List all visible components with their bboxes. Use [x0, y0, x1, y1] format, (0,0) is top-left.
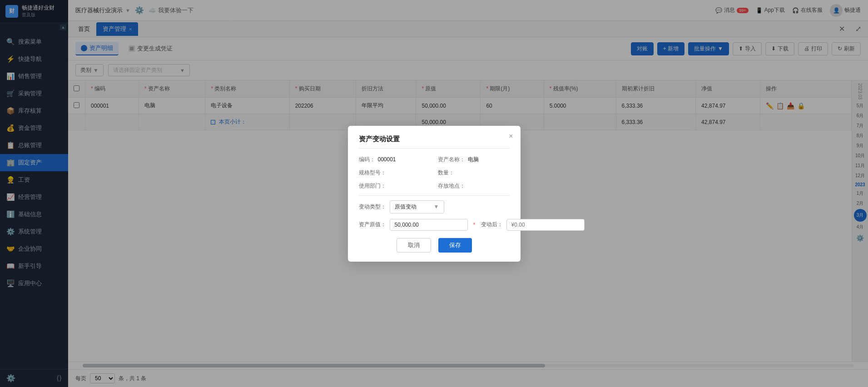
modal-value-row: 资产原值： * 变动后： [359, 219, 510, 231]
modal-overlay[interactable]: 资产变动设置 × 编码： 000001 资产名称： 电脑 规格型号： 数量： [0, 0, 868, 387]
modal-original-value-input[interactable] [390, 219, 468, 231]
change-type-dropdown-icon: ▼ [434, 203, 439, 210]
asset-change-modal: 资产变动设置 × 编码： 000001 资产名称： 电脑 规格型号： 数量： [348, 126, 521, 262]
modal-save-button[interactable]: 保存 [438, 238, 472, 253]
modal-asset-name-field: 资产名称： 电脑 [438, 156, 510, 164]
modal-qty-label: 数量： [438, 169, 454, 177]
modal-asset-name-value: 电脑 [468, 156, 479, 164]
modal-cancel-button[interactable]: 取消 [397, 238, 431, 253]
modal-location-field: 存放地点： [438, 182, 510, 190]
modal-footer: 取消 保存 [359, 238, 510, 253]
modal-dept-field: 使用部门： [359, 182, 431, 190]
modal-model-label: 规格型号： [359, 169, 386, 177]
modal-change-type-value: 原值变动 [395, 203, 417, 211]
modal-change-type-row: 变动类型： 原值变动 ▼ [359, 200, 510, 213]
modal-code-label: 编码： [359, 156, 375, 164]
modal-change-type-label: 变动类型： [359, 203, 386, 211]
modal-divider [359, 195, 510, 196]
modal-title: 资产变动设置 [359, 135, 510, 149]
modal-code-value: 000001 [378, 156, 396, 163]
modal-after-change-input[interactable] [506, 219, 585, 231]
required-mark: * [473, 221, 476, 228]
modal-original-value-label: 资产原值： [359, 221, 386, 228]
modal-after-change-label: 变动后： [481, 221, 503, 228]
modal-row-model-qty: 规格型号： 数量： [359, 169, 510, 177]
modal-change-type-select[interactable]: 原值变动 ▼ [390, 200, 444, 213]
modal-close-button[interactable]: × [509, 132, 513, 140]
modal-model-field: 规格型号： [359, 169, 431, 177]
modal-location-label: 存放地点： [438, 182, 465, 190]
modal-asset-name-label: 资产名称： [438, 156, 465, 164]
modal-qty-field: 数量： [438, 169, 510, 177]
modal-dept-label: 使用部门： [359, 182, 386, 190]
modal-code-field: 编码： 000001 [359, 156, 431, 164]
modal-row-dept-location: 使用部门： 存放地点： [359, 182, 510, 190]
modal-row-code-name: 编码： 000001 资产名称： 电脑 [359, 156, 510, 164]
